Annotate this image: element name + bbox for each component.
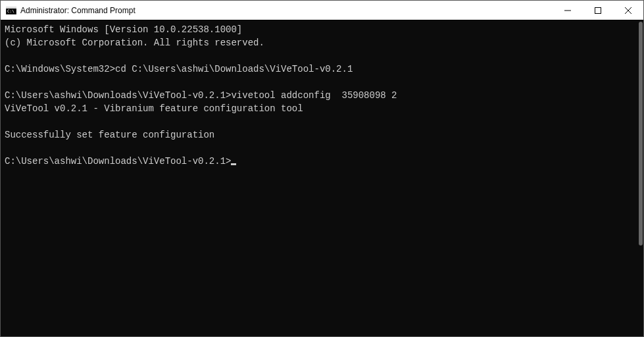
- terminal-line: ViVeTool v0.2.1 - Vibranium feature conf…: [5, 102, 639, 115]
- cursor: [231, 163, 236, 165]
- scrollbar-thumb[interactable]: [639, 22, 643, 246]
- terminal-line: C:\Users\ashwi\Downloads\ViVeTool-v0.2.1…: [5, 89, 639, 102]
- maximize-button[interactable]: [583, 1, 613, 20]
- terminal-line: [5, 49, 639, 63]
- terminal-area: Microsoft Windows [Version 10.0.22538.10…: [1, 20, 643, 336]
- svg-rect-3: [595, 7, 601, 13]
- minimize-button[interactable]: [553, 1, 583, 20]
- window-title: Administrator: Command Prompt: [20, 6, 553, 15]
- titlebar[interactable]: C:\ Administrator: Command Prompt: [1, 1, 643, 20]
- terminal-line: [5, 115, 639, 128]
- svg-text:C:\: C:\: [7, 9, 14, 13]
- terminal-line: Microsoft Windows [Version 10.0.22538.10…: [5, 23, 639, 36]
- terminal-line: Successfully set feature configuration: [5, 128, 639, 142]
- terminal-line: (c) Microsoft Corporation. All rights re…: [5, 36, 639, 49]
- terminal-output[interactable]: Microsoft Windows [Version 10.0.22538.10…: [1, 20, 643, 336]
- cmd-icon: C:\: [6, 5, 16, 16]
- terminal-line: [5, 76, 639, 89]
- terminal-line: C:\Users\ashwi\Downloads\ViVeTool-v0.2.1…: [5, 155, 639, 168]
- window-controls: [553, 1, 643, 20]
- scrollbar[interactable]: [637, 20, 643, 336]
- close-button[interactable]: [613, 1, 643, 20]
- terminal-line: [5, 142, 639, 155]
- terminal-line: C:\Windows\System32>cd C:\Users\ashwi\Do…: [5, 63, 639, 76]
